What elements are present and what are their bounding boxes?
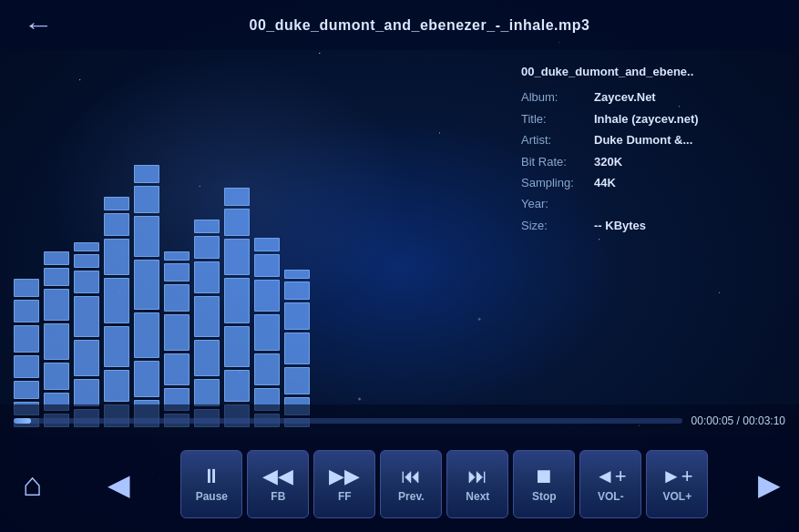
eq-bar: [284, 281, 310, 300]
eq-bar: [284, 332, 310, 364]
size-label: Size:: [521, 215, 589, 236]
vol-plus-label: VOL+: [662, 490, 691, 503]
eq-bar: [254, 280, 280, 312]
progress-fill: [14, 418, 31, 424]
sampling-label: Sampling:: [521, 172, 589, 193]
track-info-panel: 00_duke_dumont_and_ebene.. Album: Zaycev…: [507, 50, 799, 436]
eq-bar: [74, 242, 99, 251]
eq-bar: [74, 379, 99, 406]
time-display: 00:00:05 / 00:03:10: [691, 414, 785, 427]
eq-bar: [74, 254, 99, 268]
prev-label: Prev.: [398, 490, 424, 503]
header: ← 00_duke_dumont_and_ebenezer_-_inhale.m…: [0, 0, 799, 50]
eq-bar: [254, 353, 280, 385]
eq-bar: [134, 216, 159, 257]
vol-plus-icon: ►+: [661, 466, 693, 486]
pause-label: Pause: [196, 490, 228, 503]
ff-icon: ▶▶: [329, 466, 360, 486]
next-arrow-icon: ▶: [758, 467, 781, 502]
eq-bar: [284, 367, 310, 394]
progress-bar[interactable]: [14, 418, 682, 424]
eq-column: [194, 220, 220, 427]
artist-value: Duke Dumont &...: [594, 129, 692, 150]
media-player: ← 00_duke_dumont_and_ebenezer_-_inhale.m…: [0, 0, 799, 532]
equalizer: [0, 50, 507, 436]
eq-bar: [44, 323, 69, 360]
fb-label: FB: [271, 490, 285, 503]
album-label: Album:: [521, 87, 589, 107]
eq-bar: [194, 261, 220, 293]
prev-button[interactable]: ⏮ Prev.: [380, 450, 442, 518]
eq-column: [224, 188, 250, 427]
eq-column: [164, 251, 190, 427]
home-button[interactable]: ⌂: [7, 450, 57, 518]
prev-arrow-icon: ◀: [108, 467, 130, 502]
eq-bar: [224, 326, 250, 367]
sampling-value: 44K: [594, 172, 616, 193]
eq-bar: [44, 363, 69, 390]
fast-forward-button[interactable]: ▶▶ FF: [313, 450, 375, 518]
track-title: 00_duke_dumont_and_ebenezer_-_inhale.mp3: [58, 17, 781, 34]
eq-bar: [14, 381, 39, 399]
eq-bar: [134, 361, 159, 397]
back-button[interactable]: ←: [18, 9, 58, 42]
eq-bar: [104, 326, 129, 367]
next-button[interactable]: ⏭ Next: [446, 450, 508, 518]
eq-bar: [14, 300, 39, 322]
eq-bar: [164, 263, 190, 281]
stop-icon: ⏹: [534, 466, 554, 486]
eq-bar: [254, 314, 280, 351]
eq-bar: [134, 165, 159, 183]
eq-bar: [74, 296, 99, 337]
eq-bar: [194, 379, 220, 406]
eq-column: [134, 165, 159, 427]
eq-bar: [254, 254, 280, 277]
eq-bar: [224, 188, 250, 206]
size-row: Size: -- KBytes: [521, 215, 785, 236]
stop-button[interactable]: ⏹ Stop: [513, 450, 575, 518]
eq-bar: [44, 251, 69, 265]
bitrate-row: Bit Rate: 320K: [521, 151, 785, 172]
home-icon: ⌂: [23, 466, 43, 504]
eq-bar: [164, 353, 190, 385]
eq-bar: [194, 220, 220, 233]
track-filename: 00_duke_dumont_and_ebene..: [521, 61, 785, 82]
eq-column: [254, 238, 280, 427]
eq-bar: [224, 278, 250, 323]
eq-bar: [104, 213, 129, 236]
volume-up-button[interactable]: ►+ VOL+: [646, 450, 708, 518]
eq-bar: [164, 314, 190, 351]
eq-bar: [74, 340, 99, 376]
prev-icon: ⏮: [401, 466, 421, 486]
eq-bar: [104, 197, 129, 210]
next-track-side-button[interactable]: ▶: [748, 450, 792, 518]
year-label: Year:: [521, 193, 589, 214]
progress-area[interactable]: 00:00:05 / 00:03:10: [0, 404, 799, 436]
pause-button[interactable]: ⏸ Pause: [180, 450, 242, 518]
fb-icon: ◀◀: [262, 466, 293, 486]
eq-bar: [44, 268, 69, 286]
eq-bar: [14, 279, 39, 297]
volume-down-button[interactable]: ◄+ VOL-: [579, 450, 641, 518]
eq-bar: [224, 209, 250, 236]
eq-bar: [14, 355, 39, 378]
eq-bar: [224, 239, 250, 275]
eq-bar: [164, 284, 190, 312]
eq-column: [44, 251, 69, 427]
pause-icon: ⏸: [201, 466, 221, 486]
fast-backward-button[interactable]: ◀◀ FB: [247, 450, 309, 518]
album-row: Album: Zaycev.Net: [521, 87, 785, 107]
eq-bar: [44, 289, 69, 321]
control-buttons: ⏸ Pause ◀◀ FB ▶▶ FF ⏮ Prev. ⏭ Next ⏹: [180, 450, 708, 518]
eq-bar: [164, 251, 190, 261]
eq-bar: [224, 370, 250, 402]
eq-bar: [194, 340, 220, 376]
eq-column: [104, 197, 129, 427]
title-label: Title:: [521, 108, 589, 129]
eq-bar: [134, 186, 159, 213]
eq-bar: [104, 370, 129, 402]
size-value: -- KBytes: [594, 215, 646, 236]
sampling-row: Sampling: 44K: [521, 172, 785, 193]
title-row: Title: Inhale (zaycev.net): [521, 108, 785, 129]
previous-track-side-button[interactable]: ◀: [97, 450, 141, 518]
